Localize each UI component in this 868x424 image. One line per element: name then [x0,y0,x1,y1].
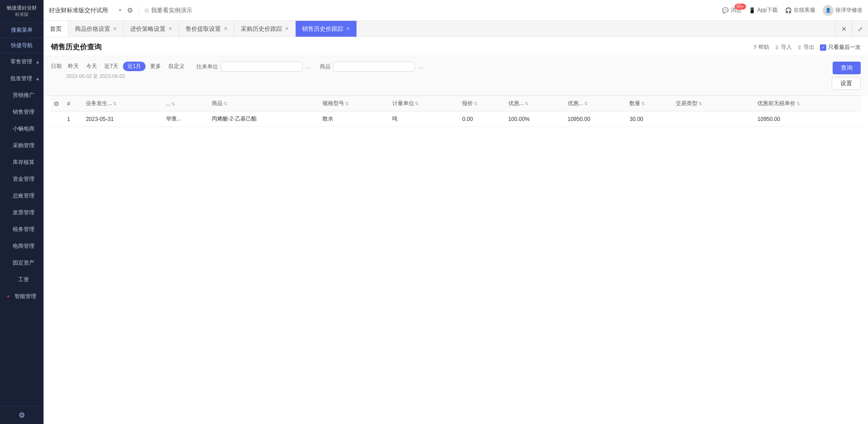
topbar-setting-icon[interactable]: ⚙ [127,6,133,14]
sidebar-item-label: 固定资产 [7,259,40,267]
export-icon: ⇧ [797,44,802,51]
gear-icon[interactable]: ⚙ [19,411,25,419]
date-btn-今天[interactable]: 今天 [83,62,100,71]
chevron-icon: ▲ [35,59,40,64]
date-btn-昨天[interactable]: 昨天 [65,62,82,71]
tab-close-icon[interactable]: ✕ [168,26,172,32]
from-unit-more[interactable]: … [305,63,311,70]
sidebar-item-general[interactable]: 总账管理 [0,188,44,204]
sort-icon: ⇅ [415,101,419,106]
maximize-button[interactable]: ⤢ [852,21,868,37]
tab-home[interactable]: 首页 [44,21,68,37]
close-tab-button[interactable]: ✕ [835,21,852,37]
goods-more[interactable]: … [418,63,423,70]
from-unit-input[interactable] [221,62,302,72]
from-unit-filter: 往来单位 … [196,62,311,72]
sidebar-logo-text: 畅捷通好业财 [7,5,37,11]
app-download-button[interactable]: 📱 App下载 [749,6,778,14]
tab-label: 销售历史价跟踪 [302,25,343,33]
sidebar-item-label: 电商管理 [7,242,40,250]
sort-icon: ⇅ [474,101,478,106]
sidebar-item-payroll[interactable]: 工资 [0,271,44,288]
sort-icon: ⇅ [641,101,645,106]
sidebar-item-label: 税务管理 [7,226,40,233]
sidebar-item-inventory[interactable]: 库存核算 [0,154,44,171]
user-menu[interactable]: 👤 徐泽华修改 [823,5,863,16]
sidebar-quick-nav[interactable]: 快捷导航 [0,38,44,53]
sidebar-item-tax[interactable]: 税务管理 [0,221,44,238]
only-last-checkbox[interactable]: ✓ 只看最后一次 [820,43,861,51]
sidebar-item-invoice[interactable]: 发票管理 [0,204,44,221]
date-btn-近1月[interactable]: 近1月 [123,62,146,71]
tabs-bar: 首页商品价格设置✕进价策略设置✕售价提取设置✕采购历史价跟踪✕销售历史价跟踪✕ … [44,21,868,37]
sidebar-item-fixed_assets[interactable]: 固定资产 [0,255,44,271]
sidebar-item-capital[interactable]: 资金管理 [0,171,44,188]
col-header-price[interactable]: 报价⇅ [459,96,505,111]
table-gear-icon[interactable]: ⚙ [54,100,59,107]
sidebar-item-smart[interactable]: 智能管理 [0,288,44,305]
col-header-trade_type[interactable]: 交易类型⇅ [673,96,743,111]
page-title: 销售历史价查询 [51,43,102,52]
date-options: 昨天今天近7天近1月更多自定义 2023-05-02 至 2023-06-02 [65,62,187,80]
sort-icon: ⇅ [698,101,702,106]
sort-icon: ⇅ [584,101,588,106]
username: 徐泽华修改 [835,6,863,14]
col-header-extra[interactable]: ...⇅ [163,96,209,111]
date-btn-更多[interactable]: 更多 [147,62,164,71]
tab-close-icon[interactable]: ✕ [113,26,117,32]
app-label: App下载 [757,6,778,14]
goods-input[interactable] [333,62,415,72]
table-cell [743,111,755,127]
sort-icon: ⇅ [796,101,800,106]
tab-price[interactable]: 商品价格设置✕ [68,21,124,37]
module-selector[interactable]: 好业财标准版交付试用 ▾ [49,6,122,14]
message-button[interactable]: 💬 消息 99+ [722,6,741,14]
tab-sales_history[interactable]: 销售历史价跟踪✕ [296,21,357,37]
tab-purchase_history[interactable]: 采购历史价跟踪✕ [234,21,296,37]
import-icon: ⇩ [775,44,779,51]
sidebar-bottom[interactable]: ⚙ [0,406,44,424]
sidebar-item-ecom_small[interactable]: 小畅电商 [0,120,44,137]
col-header-discount1[interactable]: 优惠...⇅ [506,96,565,111]
online-service-button[interactable]: 🎧 在线客服 [785,6,815,14]
sidebar-item-ecom[interactable]: 电商管理 [0,238,44,255]
sidebar-item-sales[interactable]: 销售管理 [0,104,44,120]
sidebar-search[interactable]: 搜索菜单 [0,23,44,38]
date-btn-自定义[interactable]: 自定义 [166,62,187,71]
tab-close-icon[interactable]: ✕ [285,26,289,32]
import-button[interactable]: ⇩ 导入 [775,43,792,51]
sidebar-item-retail[interactable]: 零售管理▲ [0,53,44,70]
table-cell: 100.00% [506,111,565,127]
query-button[interactable]: 查询 [833,62,861,74]
tab-close-icon[interactable]: ✕ [224,26,228,32]
tab-label: 商品价格设置 [75,25,110,33]
table-cell: 30.00 [627,111,673,127]
tab-purchase_strategy[interactable]: 进价策略设置✕ [124,21,179,37]
col-header-qty[interactable]: 数量⇅ [627,96,673,111]
col-header-biz_date[interactable]: 业务发生...⇅ [83,96,163,111]
from-unit-label: 往来单位 [196,63,218,71]
sidebar-item-label: 库存核算 [7,159,40,166]
sidebar-item-label: 工资 [7,276,40,284]
setting-button[interactable]: 设置 [832,77,861,90]
col-header-goods[interactable]: 商品⇅ [209,96,320,111]
sidebar-item-purchase[interactable]: 采购管理 [0,137,44,154]
date-btn-近7天[interactable]: 近7天 [102,62,121,71]
col-header-discount2[interactable]: 优惠...⇅ [565,96,627,111]
sidebar-item-marketing[interactable]: 营销推广 [0,87,44,104]
tab-close-icon[interactable]: ✕ [346,26,350,32]
col-header-unit[interactable]: 计量单位⇅ [390,96,459,111]
table-cell: 华查... [163,111,209,127]
tab-label: 采购历史价跟踪 [241,25,282,33]
tab-sale_extract[interactable]: 售价提取设置✕ [179,21,234,37]
sidebar-logo-sub: 标准版 [15,11,29,18]
tab-label: 首页 [50,25,62,33]
demo-link[interactable]: ◎ 我要看实例演示 [144,6,192,14]
export-button[interactable]: ⇧ 导出 [797,43,814,51]
service-label: 在线客服 [794,6,815,14]
col-header-spec[interactable]: 规格型号⇅ [320,96,390,111]
col-header-pre_tax_price[interactable]: 优惠前无税单价⇅ [755,96,861,111]
page-header: 销售历史价查询 ? 帮助 ⇩ 导入 ⇧ 导出 ✓ 只看最后一次 [44,37,868,56]
help-button[interactable]: ? 帮助 [753,43,769,51]
sidebar-item-wholesale[interactable]: 批发管理▲ [0,70,44,87]
